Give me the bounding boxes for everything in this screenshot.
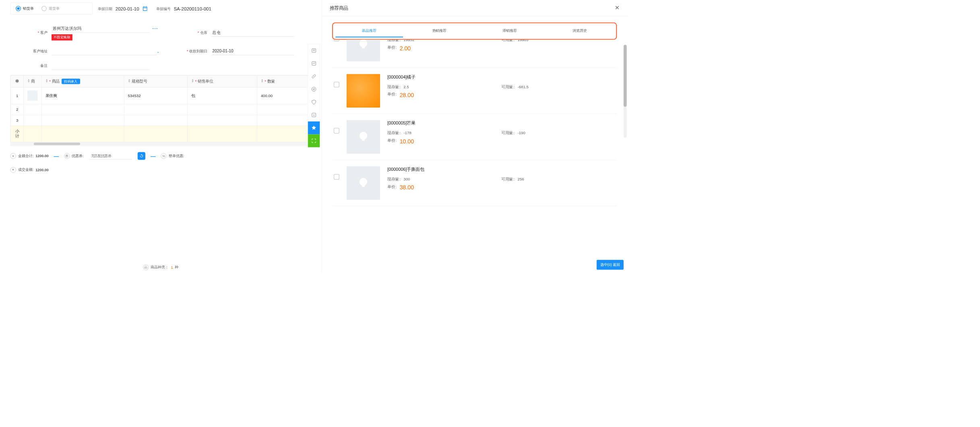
customer-input[interactable]	[52, 25, 150, 33]
date-value[interactable]: 2020-01-10	[116, 6, 139, 11]
col-spec[interactable]: 规格型号	[132, 79, 147, 83]
avail-label: 可用量	[501, 85, 515, 89]
col-product[interactable]: 商品	[49, 79, 60, 83]
avail-label: 可用量	[501, 177, 515, 182]
product-checkbox[interactable]	[334, 174, 339, 180]
tab-history[interactable]: 浏览历史	[546, 25, 614, 37]
coupon-label: 优惠券:	[72, 153, 83, 158]
radio-sales-label: 销货单	[23, 6, 34, 11]
radio-return-order[interactable]: 退货单	[41, 6, 60, 11]
coupon-input[interactable]	[89, 153, 132, 159]
date-label: 单据日期	[98, 6, 112, 11]
product-row[interactable]: [0000004]橘子 现存量2.5 可用量-681.5 单价28.00	[332, 68, 617, 114]
code-value: SA-20200110-001	[174, 6, 211, 11]
amount-label: 金额合计:	[18, 153, 33, 158]
price-value: 38.00	[400, 184, 414, 191]
kind-label: 商品种类：	[151, 265, 169, 270]
remark-label: 备注	[10, 64, 52, 68]
items-table: ▲▼商 ▲▼商品扫码录入 ▲▼规格型号 ▲▼销售单位 ▲▼数量 1果倍爽5345…	[10, 75, 309, 146]
product-checkbox[interactable]	[334, 128, 339, 133]
calendar-icon[interactable]	[142, 6, 148, 12]
footer-info: 品 商品种类： 1 种	[143, 265, 178, 270]
v-scrollbar[interactable]	[624, 45, 627, 137]
amount-value: 1200.00	[35, 154, 48, 158]
price-label: 单价	[387, 184, 397, 191]
totals-row: ¥金额合计: 1200.00 — 券优惠券: — %整单优惠:	[10, 152, 309, 160]
product-row[interactable]: [0000006]手撕面包 现存量300 可用量256 单价38.00	[332, 160, 617, 206]
avail-value: 256	[518, 177, 524, 182]
shield-icon[interactable]	[308, 95, 320, 108]
stock-value: -178	[403, 131, 411, 135]
transfer-icon[interactable]	[308, 83, 320, 95]
expand-icon[interactable]	[308, 134, 320, 147]
discount-icon: %	[161, 153, 167, 159]
h-scrollbar[interactable]	[10, 142, 308, 146]
col-unit[interactable]: 销售单位	[195, 79, 213, 83]
stock-label: 现存量	[387, 177, 401, 182]
doc-type-tabs: 销货单 退货单	[10, 2, 93, 14]
radio-sales-order[interactable]: 销货单	[16, 6, 34, 11]
stock-label: 现存量	[387, 131, 401, 135]
code-label: 单据编号	[156, 6, 171, 11]
price-label: 单价	[387, 138, 397, 145]
star-icon[interactable]	[308, 121, 320, 134]
product-name: [0000004]橘子	[387, 74, 615, 80]
svg-point-4	[312, 87, 316, 91]
svg-rect-0	[312, 49, 316, 52]
subtotal-row: 小计	[11, 126, 308, 142]
scan-badge[interactable]: 扫码录入	[62, 79, 80, 84]
kind-value: 1	[171, 265, 173, 269]
minus-icon: —	[151, 153, 156, 159]
table-row[interactable]: 1果倍爽534532包400.00	[11, 87, 308, 104]
tab-slow[interactable]: 滞销推荐	[476, 25, 544, 37]
order-discount-label: 整单优惠:	[169, 153, 184, 158]
stock-value: 300	[403, 177, 410, 182]
list-icon[interactable]	[308, 44, 320, 57]
minus-icon: —	[54, 153, 59, 159]
chart-icon[interactable]	[308, 57, 320, 70]
table-row[interactable]: 3	[11, 115, 308, 126]
product-image	[347, 166, 380, 200]
product-list[interactable]: 250ml 现存量19952 可用量19903 单价2.00 [0000004]…	[322, 40, 627, 274]
price-label: 单价	[387, 92, 397, 99]
deal-value: 1200.00	[35, 168, 48, 172]
select-return-button[interactable]: 选中(0) 返回	[597, 260, 624, 269]
product-row[interactable]: [0000005]芒果 现存量-178 可用量-190 单价10.00	[332, 114, 617, 160]
product-row[interactable]: 250ml 现存量19952 可用量19903 单价2.00	[332, 40, 617, 68]
table-row[interactable]: 2	[11, 104, 308, 115]
product-checkbox[interactable]	[334, 40, 339, 41]
col-qty[interactable]: 数量	[265, 79, 275, 83]
product-image	[347, 40, 380, 62]
avail-value: -681.5	[518, 85, 529, 89]
warehouse-input[interactable]	[211, 29, 294, 37]
panel-title: 推荐商品	[330, 5, 348, 11]
link-icon[interactable]	[308, 70, 320, 83]
stock-value: 19952	[403, 40, 414, 43]
svg-text:¥: ¥	[313, 114, 315, 116]
form-grid: 客户 ⋯ 不固定账期 仓库 客户地址 ⌄ 收款到期日 备注	[10, 25, 309, 70]
due-input[interactable]	[211, 47, 294, 55]
chevron-down-icon[interactable]: ⌄	[157, 49, 160, 53]
avail-label: 可用量	[501, 131, 515, 135]
deal-icon: ✦	[10, 167, 16, 173]
coupon-icon: 券	[64, 153, 70, 159]
tab-hot[interactable]: 热销推荐	[406, 25, 473, 37]
tab-new[interactable]: 新品推荐	[335, 25, 403, 37]
info-icon: 品	[143, 265, 149, 270]
product-image	[347, 74, 380, 108]
product-name: [0000005]芒果	[387, 120, 615, 126]
close-icon[interactable]: ✕	[615, 5, 620, 12]
product-checkbox[interactable]	[334, 82, 339, 87]
period-badge: 不固定账期	[52, 34, 72, 40]
price-label: 单价	[387, 45, 397, 52]
refresh-button[interactable]	[138, 152, 145, 160]
remark-input[interactable]	[52, 62, 149, 70]
addr-input[interactable]	[52, 47, 157, 55]
currency-icon[interactable]: ¥	[308, 108, 320, 121]
gear-icon[interactable]	[14, 80, 19, 84]
customer-more-icon[interactable]: ⋯	[150, 25, 159, 32]
avail-value: -190	[518, 131, 525, 135]
stock-label: 现存量	[387, 40, 401, 43]
product-image	[347, 120, 380, 153]
col-thumb[interactable]: 商	[31, 79, 35, 83]
